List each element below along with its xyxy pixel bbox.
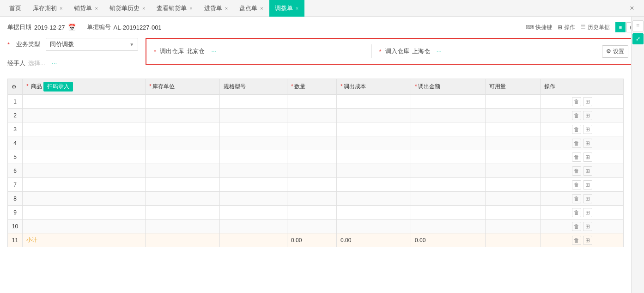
col-settings-header[interactable]: ⚙ — [8, 79, 23, 95]
cell-quantity[interactable] — [287, 206, 336, 220]
cell-product[interactable] — [23, 164, 146, 178]
cell-unit[interactable] — [145, 164, 219, 178]
delete-icon[interactable]: 🗑 — [572, 153, 581, 162]
cell-product[interactable] — [23, 95, 146, 109]
delete-icon[interactable]: 🗑 — [572, 111, 581, 120]
cell-available[interactable] — [486, 109, 541, 122]
cell-quantity[interactable] — [287, 178, 336, 192]
cell-amount[interactable] — [411, 122, 486, 136]
cell-available[interactable] — [486, 122, 541, 136]
cell-quantity[interactable] — [287, 150, 336, 164]
cell-quantity[interactable] — [287, 192, 336, 206]
delete-icon[interactable]: 🗑 — [572, 222, 581, 231]
tab-sales-order[interactable]: 销货单 × — [68, 0, 103, 17]
business-type-select[interactable]: 同价调拨 ▼ — [46, 38, 138, 51]
cell-spec[interactable] — [219, 220, 287, 233]
cell-unit[interactable] — [145, 178, 219, 192]
copy-icon[interactable]: ⊞ — [583, 111, 592, 120]
tab-close-inventory-init[interactable]: × — [60, 6, 62, 11]
copy-icon[interactable]: ⊞ — [583, 208, 592, 217]
cell-available[interactable] — [486, 164, 541, 178]
tab-view-sales[interactable]: 查看销货单 × — [151, 0, 198, 17]
operations-button[interactable]: ⊞ 操作 — [558, 24, 575, 31]
cell-quantity[interactable] — [287, 95, 336, 109]
cell-cost[interactable] — [337, 150, 411, 164]
cell-quantity[interactable] — [287, 164, 336, 178]
tab-close-view-sales[interactable]: × — [189, 6, 192, 11]
tab-close-transfer-order[interactable]: × — [296, 6, 298, 11]
copy-icon[interactable]: ⊞ — [583, 139, 592, 148]
cell-cost[interactable] — [337, 192, 411, 206]
tab-close-sales-history[interactable]: × — [142, 6, 145, 11]
cell-product[interactable] — [23, 192, 146, 206]
cell-amount[interactable] — [411, 95, 486, 109]
cell-product[interactable] — [23, 220, 146, 233]
cell-quantity[interactable] — [287, 220, 336, 233]
cell-amount[interactable] — [411, 206, 486, 220]
cell-amount[interactable] — [411, 178, 486, 192]
tab-purchase-order[interactable]: 进货单 × — [199, 0, 234, 17]
in-warehouse-more-btn[interactable]: ··· — [433, 48, 446, 55]
cell-cost[interactable] — [337, 122, 411, 136]
delete-icon[interactable]: 🗑 — [572, 125, 581, 134]
cell-unit[interactable] — [145, 136, 219, 150]
cell-spec[interactable] — [219, 164, 287, 178]
cell-spec[interactable] — [219, 109, 287, 122]
copy-icon[interactable]: ⊞ — [583, 97, 592, 106]
window-close-button[interactable]: × — [624, 0, 640, 17]
sidebar-expand-btn[interactable]: ⤢ — [632, 33, 644, 44]
personnel-more-btn[interactable]: ··· — [48, 60, 61, 67]
cell-unit[interactable] — [145, 109, 219, 122]
cell-available[interactable] — [486, 206, 541, 220]
delete-icon[interactable]: 🗑 — [572, 97, 581, 106]
cell-available[interactable] — [486, 178, 541, 192]
cell-amount[interactable] — [411, 109, 486, 122]
tab-transfer-order[interactable]: 调拨单 × — [269, 0, 304, 17]
tab-close-inventory-check[interactable]: × — [260, 6, 263, 11]
tab-inventory-init[interactable]: 库存期初 × — [27, 0, 68, 17]
cell-spec[interactable] — [219, 178, 287, 192]
cell-available[interactable] — [486, 192, 541, 206]
cell-spec[interactable] — [219, 206, 287, 220]
cell-spec[interactable] — [219, 136, 287, 150]
out-warehouse-more-btn[interactable]: ··· — [207, 48, 220, 55]
delete-icon[interactable]: 🗑 — [572, 236, 581, 245]
cell-product[interactable] — [23, 206, 146, 220]
cell-unit[interactable] — [145, 122, 219, 136]
cell-available[interactable] — [486, 136, 541, 150]
shortcuts-button[interactable]: ⌨ 快捷键 — [526, 24, 552, 31]
sidebar-doc-btn[interactable]: ≡ — [632, 20, 644, 31]
copy-icon[interactable]: ⊞ — [583, 180, 592, 189]
cell-product[interactable] — [23, 150, 146, 164]
calendar-icon[interactable]: 📅 — [68, 24, 76, 31]
cell-spec[interactable] — [219, 192, 287, 206]
cell-product[interactable] — [23, 122, 146, 136]
tab-sales-history[interactable]: 销货单历史 × — [104, 0, 151, 17]
cell-cost[interactable] — [337, 178, 411, 192]
cell-amount[interactable] — [411, 164, 486, 178]
delete-icon[interactable]: 🗑 — [572, 166, 581, 176]
history-button[interactable]: ☰ 历史单据 — [581, 24, 610, 31]
tab-home[interactable]: 首页 — [4, 0, 27, 17]
cell-available[interactable] — [486, 95, 541, 109]
layout-list-icon[interactable]: ≡ — [615, 22, 626, 32]
cell-cost[interactable] — [337, 95, 411, 109]
cell-product[interactable] — [23, 136, 146, 150]
cell-quantity[interactable] — [287, 122, 336, 136]
cell-product[interactable] — [23, 109, 146, 122]
cell-cost[interactable] — [337, 164, 411, 178]
cell-unit[interactable] — [145, 220, 219, 233]
tab-close-purchase-order[interactable]: × — [225, 6, 228, 11]
cell-cost[interactable] — [337, 220, 411, 233]
copy-icon[interactable]: ⊞ — [583, 153, 592, 162]
copy-icon[interactable]: ⊞ — [583, 194, 592, 203]
cell-cost[interactable] — [337, 109, 411, 122]
copy-icon[interactable]: ⊞ — [583, 222, 592, 231]
cell-unit[interactable] — [145, 95, 219, 109]
cell-unit[interactable] — [145, 192, 219, 206]
cell-cost[interactable] — [337, 136, 411, 150]
cell-amount[interactable] — [411, 150, 486, 164]
copy-icon[interactable]: ⊞ — [583, 166, 592, 176]
cell-quantity[interactable] — [287, 136, 336, 150]
cell-amount[interactable] — [411, 192, 486, 206]
